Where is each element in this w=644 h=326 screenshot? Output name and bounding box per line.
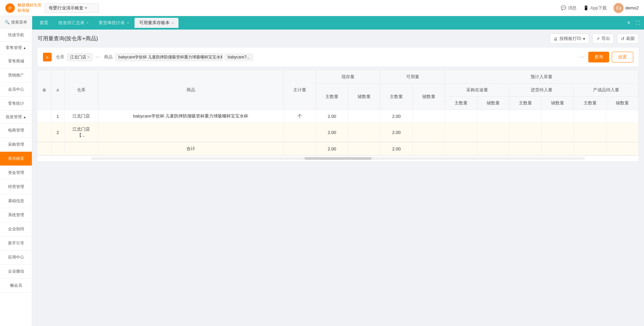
- row2-settings: [38, 123, 51, 142]
- th-forecast-group: 预计入库量: [445, 71, 638, 84]
- sidebar-item-enterprise-collab[interactable]: 企业协同: [0, 222, 32, 236]
- sidebar-item-wholesale-mgmt[interactable]: 批发管理 ▲: [0, 111, 32, 124]
- row2-purchase-aux: [477, 123, 509, 142]
- sidebar-item-operations[interactable]: 经营管理: [0, 180, 32, 194]
- product-ellipsis[interactable]: ···: [580, 54, 584, 60]
- warehouse-ellipsis[interactable]: ···: [95, 54, 100, 60]
- app-download-btn[interactable]: 📱 App下载: [583, 5, 607, 11]
- row2-stock-aux: [348, 123, 380, 142]
- tab-order-stats[interactable]: 要货单统计表 ×: [94, 18, 133, 28]
- row2-incoming-aux: [542, 123, 574, 142]
- remove-warehouse-tag[interactable]: ×: [88, 55, 90, 59]
- industry-select[interactable]: 母婴行业演示账套 ▾: [45, 3, 99, 13]
- summary-purchase-aux: [477, 142, 509, 155]
- row1-available-main: 2.00: [380, 110, 413, 123]
- th-incoming-group: 进货待入量: [509, 84, 574, 97]
- summary-empty-3: [64, 142, 98, 155]
- product-tags: babycare学饮杯 儿童防摔防撞吸管杯重力球吸嘴杯宝宝水杯 × babyca…: [115, 53, 577, 61]
- sidebar-item-basic-info[interactable]: 基础信息: [0, 194, 32, 208]
- th-product: 商品: [98, 71, 283, 110]
- filter-expand-btn[interactable]: »: [43, 53, 52, 61]
- scroll-track[interactable]: [91, 157, 585, 160]
- warehouse-tags: 江北门店 ×: [67, 53, 93, 61]
- filter-actions: 查询 设置: [588, 52, 633, 62]
- user-profile[interactable]: Ea demo2: [613, 3, 639, 13]
- summary-production-aux: [606, 142, 638, 155]
- row1-purchase-main: [445, 110, 477, 123]
- tab-home[interactable]: 首页: [35, 18, 53, 28]
- row2-unit: [283, 123, 316, 142]
- quick-nav[interactable]: 快捷导航: [0, 29, 32, 42]
- warehouse-tag-jiangbei[interactable]: 江北门店 ×: [67, 53, 93, 61]
- sidebar-item-finance[interactable]: 资金管理: [0, 166, 32, 180]
- th-stock-main: 主数量: [316, 84, 348, 110]
- sidebar-item-retail-stats[interactable]: 零售统计: [0, 97, 32, 111]
- row1-num: 1: [51, 110, 64, 123]
- tab-available-stock[interactable]: 可用量库存账本 ×: [135, 18, 178, 28]
- sidebar-item-new-guide[interactable]: 新手引导: [0, 236, 32, 250]
- sidebar-item-member-center[interactable]: 会员中心: [0, 83, 32, 97]
- warehouse-label: 仓库: [56, 54, 64, 60]
- sidebar-item-member[interactable]: 畅会员: [0, 279, 32, 293]
- page-actions: 🖨 按模板打印 ▾ ↗ 导出 ↺ 刷新: [550, 34, 639, 44]
- product-tag-1[interactable]: babycare学饮杯 儿童防摔防撞吸管杯重力球吸嘴杯宝宝水杯 ×: [115, 53, 223, 61]
- row2-warehouse: 江北门店【...: [64, 123, 98, 142]
- th-num: #: [51, 71, 64, 110]
- sidebar-item-enterprise-wechat[interactable]: 企业微信: [0, 265, 32, 279]
- chevron-down-icon: ▾: [85, 5, 87, 10]
- sidebar-item-system-mgmt[interactable]: 系统管理: [0, 208, 32, 222]
- th-purchase-main: 主数量: [445, 97, 477, 110]
- summary-stock-aux: [348, 142, 380, 155]
- product-filter-group: 商品 babycare学饮杯 儿童防摔防撞吸管杯重力球吸嘴杯宝宝水杯 × bab…: [104, 53, 584, 61]
- row1-production-main: [574, 110, 606, 123]
- row1-stock-main: 2.00: [316, 110, 348, 123]
- product-tag-2[interactable]: babycare?...: [225, 54, 253, 60]
- table-wrapper: ⚙ # 仓库 商品 主计量 现存量 可用量 预计入库量 主数量 辅数量: [38, 71, 639, 155]
- page-header: 可用量查询(按仓库+商品) 🖨 按模板打印 ▾ ↗ 导出 ↺ 刷新: [38, 34, 639, 44]
- th-available-main: 主数量: [380, 84, 413, 110]
- row2-production-main: [574, 123, 606, 142]
- sidebar-item-inventory[interactable]: 库存核算: [0, 152, 32, 166]
- table-row: 1 江北门店 babycare学饮杯 儿童防摔防撞吸管杯重力球吸嘴杯宝宝水杯 个…: [38, 110, 639, 123]
- message-btn[interactable]: 💬 消息: [561, 5, 577, 11]
- th-incoming-aux: 辅数量: [542, 97, 574, 110]
- row1-incoming-main: [509, 110, 542, 123]
- scroll-thumb[interactable]: [305, 157, 372, 160]
- tab-close-receive-pay[interactable]: ×: [87, 21, 89, 25]
- tab-expand[interactable]: ⛶: [634, 19, 641, 27]
- summary-purchase-main: [445, 142, 477, 155]
- row1-purchase-aux: [477, 110, 509, 123]
- tab-close-available-stock[interactable]: ×: [172, 21, 174, 25]
- query-btn[interactable]: 查询: [588, 52, 609, 62]
- row1-product: babycare学饮杯 儿童防摔防撞吸管杯重力球吸嘴杯宝宝水杯: [98, 110, 283, 123]
- avatar: Ea: [613, 3, 624, 13]
- print-btn[interactable]: 🖨 按模板打印 ▾: [550, 34, 589, 44]
- sidebar-item-retail-store[interactable]: 零售商城: [0, 54, 32, 68]
- th-production-group: 产成品待入量: [574, 84, 639, 97]
- setting-btn[interactable]: 设置: [612, 52, 633, 62]
- tab-close-all[interactable]: ×: [626, 18, 632, 27]
- th-purchase-group: 采购在途量: [445, 84, 509, 97]
- top-bar: 好 畅捷通好生意 标准版 母婴行业演示账套 ▾ 💬 消息 📱 App下载 Ea …: [0, 0, 644, 16]
- app-icon: 📱: [583, 5, 589, 10]
- summary-available-aux: [413, 142, 445, 155]
- th-purchase-aux: 辅数量: [477, 97, 509, 110]
- table-container: ⚙ # 仓库 商品 主计量 现存量 可用量 预计入库量 主数量 辅数量: [38, 71, 639, 161]
- th-settings[interactable]: ⚙: [38, 71, 51, 110]
- sidebar-search[interactable]: 🔍 搜索菜单: [0, 16, 32, 29]
- th-available-aux: 辅数量: [413, 84, 445, 110]
- sidebar-item-purchase[interactable]: 采购管理: [0, 138, 32, 152]
- sidebar-item-app-center[interactable]: 应用中心: [0, 250, 32, 265]
- message-icon: 💬: [561, 5, 566, 10]
- sidebar-item-ecommerce[interactable]: 电商管理: [0, 124, 32, 138]
- user-name: demo2: [625, 5, 639, 10]
- warehouse-filter-group: 仓库 江北门店 × ···: [56, 53, 100, 61]
- sidebar-item-marketing[interactable]: 营销推广: [0, 68, 32, 83]
- row1-unit: 个: [283, 110, 316, 123]
- refresh-btn[interactable]: ↺ 刷新: [617, 34, 639, 44]
- tab-close-order-stats[interactable]: ×: [127, 21, 129, 25]
- row1-incoming-aux: [542, 110, 574, 123]
- export-btn[interactable]: ↗ 导出: [592, 34, 614, 44]
- sidebar-item-retail-mgmt[interactable]: 零售管理 ▲: [0, 42, 32, 54]
- tab-receive-pay[interactable]: 收发存汇总表 ×: [54, 18, 93, 28]
